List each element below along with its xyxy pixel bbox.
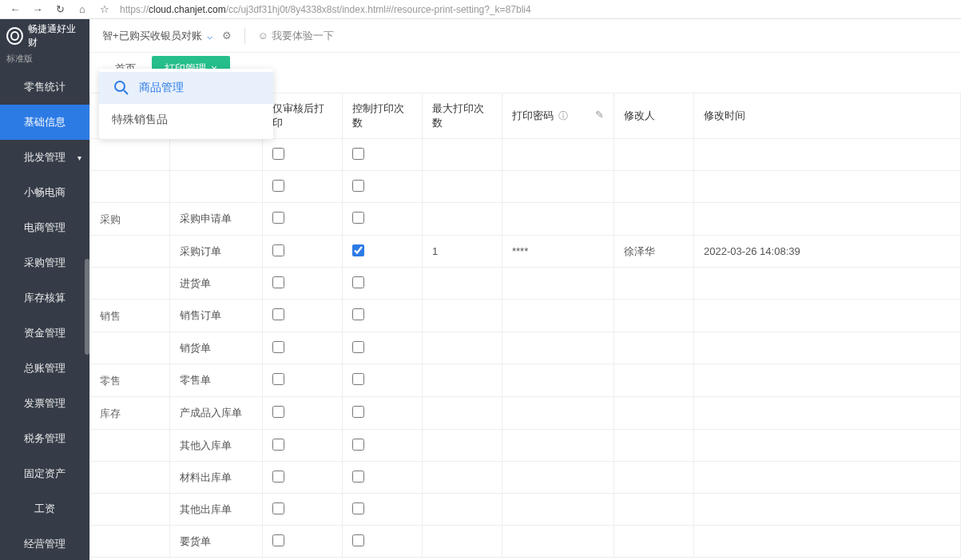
cell-password[interactable]: **** [502, 236, 614, 268]
cell-name: 其他入库单 [170, 430, 263, 462]
cell-time [694, 268, 961, 300]
cell-group [90, 494, 170, 526]
cell-control-checkbox[interactable] [352, 276, 364, 288]
cell-max[interactable] [423, 300, 502, 332]
cell-max[interactable] [423, 364, 502, 397]
flyout-item-0[interactable]: 商品管理 [99, 72, 273, 104]
sidebar-item-label: 资金管理 [24, 326, 66, 340]
cell-audit-checkbox[interactable] [272, 471, 284, 483]
cell-user [614, 397, 694, 430]
cell-control-checkbox[interactable] [352, 534, 364, 546]
cell-audit-checkbox[interactable] [272, 341, 284, 353]
cell-control [343, 526, 423, 558]
sidebar-item-11[interactable]: 固定资产 [0, 456, 89, 491]
sidebar-item-13[interactable]: 经营管理 [0, 526, 89, 560]
cell-max[interactable] [423, 203, 502, 236]
cell-audit-checkbox[interactable] [272, 439, 284, 451]
cell-password[interactable] [502, 462, 614, 494]
sidebar-item-12[interactable]: 工资 [0, 491, 89, 526]
cell-password[interactable] [502, 332, 614, 364]
cell-control-checkbox[interactable] [352, 212, 364, 224]
col-max: 最大打印次数 [423, 93, 502, 139]
cell-max[interactable] [423, 332, 502, 364]
home-icon[interactable]: ⌂ [75, 2, 89, 17]
sidebar-item-label: 税务管理 [24, 431, 66, 446]
sidebar-item-3[interactable]: 小畅电商 [0, 175, 89, 210]
cell-control-checkbox[interactable] [352, 373, 364, 385]
cell-max[interactable] [423, 139, 502, 171]
gear-icon[interactable]: ⚙ [222, 30, 232, 42]
sidebar-item-7[interactable]: 资金管理 [0, 316, 89, 351]
cell-audit-checkbox[interactable] [272, 148, 284, 160]
cell-time [694, 494, 961, 526]
sidebar-item-1[interactable]: 基础信息 [0, 105, 89, 140]
back-icon[interactable]: ← [8, 2, 22, 17]
cell-control-checkbox[interactable] [352, 148, 364, 160]
cell-max[interactable] [423, 171, 502, 203]
cell-name [170, 139, 263, 171]
cell-audit-checkbox[interactable] [272, 276, 284, 288]
table-row: 材料出库单 [90, 462, 961, 494]
cell-max[interactable] [423, 462, 502, 494]
cell-max[interactable] [423, 526, 502, 558]
cell-group [90, 462, 170, 494]
cell-password[interactable] [502, 397, 614, 430]
cell-audit-checkbox[interactable] [272, 373, 284, 385]
cell-password[interactable] [502, 268, 614, 300]
cell-audit-checkbox[interactable] [272, 534, 284, 546]
cell-control-checkbox[interactable] [352, 180, 364, 192]
cell-user [614, 332, 694, 364]
table-wrap: 仅审核后打印 控制打印次数 最大打印次数 打印密码 ⓘ ✎ 修改人 修改时间 采… [89, 93, 961, 560]
forward-icon[interactable]: → [30, 2, 45, 17]
help-icon[interactable]: ⓘ [558, 110, 568, 121]
cell-control [343, 494, 423, 526]
sidebar-item-5[interactable]: 采购管理 [0, 245, 89, 280]
url-bar[interactable]: https://cloud.chanjet.com/cc/uj3df31hj0t… [120, 4, 953, 15]
reload-icon[interactable]: ↻ [53, 2, 67, 17]
cell-password[interactable] [502, 300, 614, 332]
sidebar: 畅捷通好业财 标准版 零售统计基础信息批发管理▾小畅电商电商管理采购管理库存核算… [0, 19, 89, 560]
cell-max[interactable] [423, 494, 502, 526]
cell-control-checkbox[interactable] [352, 471, 364, 483]
cell-audit-checkbox[interactable] [272, 180, 284, 192]
cell-password[interactable] [502, 139, 614, 171]
feedback-link[interactable]: ☺ 我要体验一下 [258, 29, 334, 43]
cell-control-checkbox[interactable] [352, 406, 364, 418]
sidebar-item-2[interactable]: 批发管理▾ [0, 140, 89, 175]
sidebar-item-10[interactable]: 税务管理 [0, 421, 89, 456]
cell-password[interactable] [502, 203, 614, 236]
cell-max[interactable] [423, 430, 502, 462]
flyout-item-1[interactable]: 特殊销售品 [99, 104, 273, 136]
cell-max[interactable]: 1 [423, 236, 502, 268]
cell-control-checkbox[interactable] [352, 502, 364, 514]
sidebar-item-9[interactable]: 发票管理 [0, 386, 89, 421]
cell-audit-checkbox[interactable] [272, 406, 284, 418]
svg-line-1 [124, 90, 128, 94]
brand-title: 畅捷通好业财 [28, 22, 83, 50]
cell-password[interactable] [502, 430, 614, 462]
cell-password[interactable] [502, 364, 614, 397]
cell-control-checkbox[interactable] [352, 244, 364, 256]
cell-max[interactable] [423, 268, 502, 300]
cell-audit-checkbox[interactable] [272, 308, 284, 320]
cell-password[interactable] [502, 171, 614, 203]
sidebar-item-0[interactable]: 零售统计 [0, 70, 89, 105]
sidebar-item-4[interactable]: 电商管理 [0, 210, 89, 245]
cell-audit-checkbox[interactable] [272, 244, 284, 256]
cell-name: 材料出库单 [170, 462, 263, 494]
star-icon[interactable]: ☆ [97, 2, 112, 17]
cell-control-checkbox[interactable] [352, 308, 364, 320]
sidebar-item-8[interactable]: 总账管理 [0, 351, 89, 386]
sidebar-item-6[interactable]: 库存核算 [0, 280, 89, 316]
cell-control-checkbox[interactable] [352, 341, 364, 353]
cell-user [614, 300, 694, 332]
edit-icon[interactable]: ✎ [595, 109, 604, 121]
cell-audit-checkbox[interactable] [272, 212, 284, 224]
cell-password[interactable] [502, 526, 614, 558]
cell-control-checkbox[interactable] [352, 439, 364, 451]
cell-name: 进货单 [170, 268, 263, 300]
account-dropdown[interactable]: 智+已购买收银员对账 ⌵ [102, 29, 212, 43]
cell-password[interactable] [502, 494, 614, 526]
cell-audit-checkbox[interactable] [272, 502, 284, 514]
cell-max[interactable] [423, 397, 502, 430]
